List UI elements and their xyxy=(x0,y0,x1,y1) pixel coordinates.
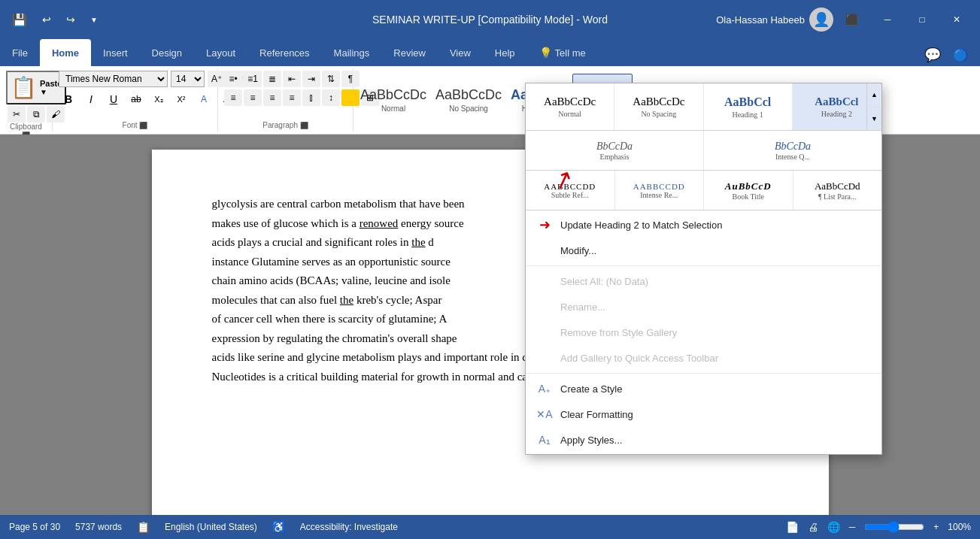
view-icon-read[interactable]: 📄 xyxy=(786,521,799,533)
save-button[interactable]: 💾 xyxy=(6,10,33,30)
menu-item-select-all[interactable]: Select All: (No Data) xyxy=(526,268,881,294)
cut-button[interactable]: ✂ xyxy=(8,106,26,123)
copy-button[interactable]: ⧉ xyxy=(27,106,45,123)
fp-style-emphasis[interactable]: BbCcDa Emphasis xyxy=(526,131,704,170)
floating-styles-menu: AaBbCcDc Normal AaBbCcDc No Spacing AaBb… xyxy=(525,83,882,455)
style-no-spacing[interactable]: AaBbCcDc No Spacing xyxy=(432,74,505,126)
tab-design[interactable]: Design xyxy=(140,39,194,66)
bold-button[interactable]: B xyxy=(59,91,78,107)
window-title: SEMINAR WRITE-UP [Compatibility Mode] - … xyxy=(372,14,608,26)
increase-indent-button[interactable]: ⇥ xyxy=(302,71,320,87)
zoom-slider[interactable] xyxy=(864,521,924,533)
tab-home[interactable]: Home xyxy=(40,39,91,66)
statusbar-right: 📄 🖨 🌐 ─ + 100% xyxy=(786,521,971,533)
close-button[interactable]: ✕ xyxy=(939,8,974,32)
fp-nospacing-preview: AaBbCcDc xyxy=(633,95,684,108)
tab-tell-me[interactable]: 💡 Tell me xyxy=(527,39,598,66)
redo-button[interactable]: ↪ xyxy=(60,11,81,29)
sort-button[interactable]: ⇅ xyxy=(322,71,340,87)
menu-item-rename-label: Rename... xyxy=(560,301,605,313)
user-info: Ola-Hassan Habeeb 👤 xyxy=(716,8,833,32)
comments-button[interactable]: 💬 xyxy=(918,44,947,66)
tab-file[interactable]: File xyxy=(0,39,40,66)
menu-item-update-heading-label: Update Heading 2 to Match Selection xyxy=(560,220,722,231)
font-label: Font ⬛ xyxy=(59,121,211,131)
style-normal[interactable]: AaBbCcDc Normal xyxy=(357,74,430,126)
share-button[interactable]: 🔵 xyxy=(947,45,974,65)
numbering-button[interactable]: ≡1 xyxy=(244,71,262,87)
view-icon-print[interactable]: 🖨 xyxy=(808,521,818,533)
add-gallery-icon xyxy=(536,350,553,366)
zoom-out-button[interactable]: ─ xyxy=(849,522,856,532)
strikethrough-button[interactable]: ab xyxy=(126,91,146,107)
menu-item-apply-styles-label: Apply Styles... xyxy=(560,435,622,446)
tab-insert[interactable]: Insert xyxy=(91,39,140,66)
remove-gallery-icon xyxy=(536,324,553,341)
create-style-icon: A₊ xyxy=(536,380,553,397)
menu-item-create-style-label: Create a Style xyxy=(560,383,622,395)
font-size-select[interactable]: 14 xyxy=(171,71,205,87)
menu-item-modify[interactable]: Modify... xyxy=(526,238,881,263)
underline-button[interactable]: U xyxy=(104,91,123,107)
tab-help[interactable]: Help xyxy=(483,39,527,66)
menu-item-create-style[interactable]: A₊ Create a Style xyxy=(526,376,881,401)
fp-style-no-spacing[interactable]: AaBbCcDc No Spacing xyxy=(614,83,703,130)
text-effects-button[interactable]: A xyxy=(194,91,214,107)
scroll-up-arrow[interactable]: ▲ xyxy=(867,83,881,107)
menu-item-apply-styles[interactable]: A₁ Apply Styles... xyxy=(526,427,881,453)
restore-button[interactable]: □ xyxy=(905,8,939,32)
line-spacing-button[interactable]: ↕ xyxy=(322,89,340,106)
fp-style-list-para[interactable]: AaBbCcDd ¶ List Para... xyxy=(793,171,882,210)
multilevel-list-button[interactable]: ≣ xyxy=(263,71,281,87)
ribbon-group-font: Times New Roman 14 A⁺ A⁻ B I U ab X₂ X² … xyxy=(53,69,218,131)
menu-item-rename[interactable]: Rename... xyxy=(526,294,881,319)
justify-button[interactable]: ≡ xyxy=(283,89,301,106)
decrease-indent-button[interactable]: ⇤ xyxy=(283,71,301,87)
menu-item-update-heading[interactable]: ➜ Update Heading 2 to Match Selection xyxy=(526,212,881,238)
fp-style-intense-q[interactable]: BbCcDa Intense Q... xyxy=(704,131,881,170)
fp-style-subtle-ref[interactable]: AaBbCcDD Subtle Ref... xyxy=(526,171,615,210)
minimize-button[interactable]: ─ xyxy=(870,8,905,32)
align-center-button[interactable]: ≡ xyxy=(244,89,262,106)
fp-style-book-title[interactable]: AuBbCcD Book Title xyxy=(704,171,793,210)
view-icon-web[interactable]: 🌐 xyxy=(827,521,840,533)
menu-item-add-gallery[interactable]: Add Gallery to Quick Access Toolbar xyxy=(526,345,881,371)
select-all-icon xyxy=(536,273,553,289)
ribbon-display-button[interactable]: ⬛ xyxy=(839,11,864,29)
fp-style-heading1[interactable]: AaBbCcl Heading 1 xyxy=(704,83,793,130)
align-left-button[interactable]: ≡ xyxy=(224,89,242,106)
italic-button[interactable]: I xyxy=(81,91,101,107)
undo-button[interactable]: ↩ xyxy=(36,11,57,29)
tab-view[interactable]: View xyxy=(438,39,483,66)
clear-formatting-icon: ✕A xyxy=(536,406,553,422)
subscript-button[interactable]: X₂ xyxy=(149,91,168,107)
columns-button[interactable]: ⫿ xyxy=(302,89,320,106)
fp-style-normal[interactable]: AaBbCcDc Normal xyxy=(526,83,614,130)
fp-h2-preview: AaBbCcl xyxy=(815,95,858,108)
menu-item-remove-gallery[interactable]: Remove from Style Gallery xyxy=(526,319,881,345)
fp-h1-preview: AaBbCcl xyxy=(724,95,771,109)
styles-row-3: AaBbCcDD Subtle Ref... AaBbCcDd Intense … xyxy=(526,171,881,210)
qat-more-button[interactable]: ▼ xyxy=(84,13,104,27)
tab-layout[interactable]: Layout xyxy=(194,39,247,66)
window-controls: ─ □ ✕ xyxy=(870,8,974,32)
fp-style-intense-ref[interactable]: AaBbCcDd Intense Re... xyxy=(615,171,705,210)
ribbon-group-clipboard: 📋 Paste ▼ ✂ ⧉ 🖌 Clipboard ⬛ xyxy=(0,69,53,131)
track-changes-icon: 📋 xyxy=(137,521,150,533)
align-right-button[interactable]: ≡ xyxy=(263,89,281,106)
tab-mailings[interactable]: Mailings xyxy=(322,39,382,66)
tab-references[interactable]: References xyxy=(247,39,321,66)
menu-item-remove-gallery-label: Remove from Style Gallery xyxy=(560,327,677,338)
zoom-in-button[interactable]: + xyxy=(933,522,939,532)
page-info: Page 5 of 30 xyxy=(9,522,60,532)
menu-item-clear-formatting-label: Clear Formatting xyxy=(560,409,633,420)
language: English (United States) xyxy=(165,522,257,532)
tab-review[interactable]: Review xyxy=(381,39,438,66)
bullets-button[interactable]: ≡• xyxy=(224,71,242,87)
font-family-select[interactable]: Times New Roman xyxy=(59,71,168,87)
styles-row-1: AaBbCcDc Normal AaBbCcDc No Spacing AaBb… xyxy=(526,83,881,131)
apply-styles-icon: A₁ xyxy=(536,432,553,448)
scroll-down-arrow[interactable]: ▼ xyxy=(867,107,881,131)
superscript-button[interactable]: X² xyxy=(171,91,191,107)
menu-item-clear-formatting[interactable]: ✕A Clear Formatting xyxy=(526,401,881,427)
